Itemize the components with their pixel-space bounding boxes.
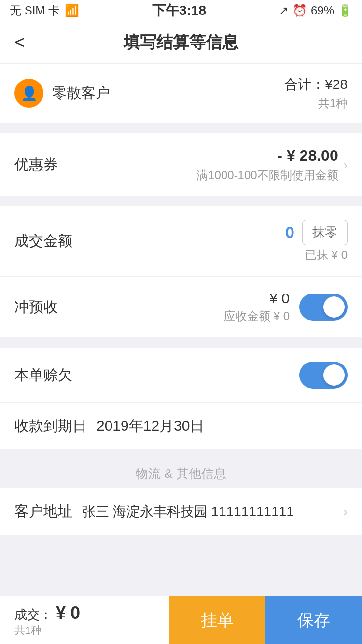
prepay-label: 冲预收	[14, 297, 58, 317]
address-chevron: ›	[343, 504, 348, 519]
amount-row: 成交金额 0 抹零 已抹 ¥ 0	[0, 206, 362, 277]
round-off-button[interactable]: 抹零	[302, 220, 348, 245]
avatar-icon: 👤	[21, 85, 38, 101]
address-value: 张三 海淀永丰科技园 11111111111	[82, 503, 338, 521]
summary-amount: ¥ 0	[56, 603, 80, 623]
bottom-summary: 成交： ¥ 0 共1种	[0, 603, 169, 638]
customer-left: 👤 零散客户	[14, 79, 110, 108]
summary-count: 共1种	[14, 623, 154, 638]
customer-right: 合计：¥28 共1种	[284, 75, 348, 111]
location-icon: ↗	[279, 4, 289, 17]
summary-title: 成交：	[14, 606, 52, 623]
prepay-row: 冲预收 ¥ 0 应收金额 ¥ 0	[0, 277, 362, 337]
due-date-label: 收款到期日	[14, 416, 87, 436]
customer-total: 合计：¥28	[284, 75, 348, 94]
bottom-actions: 挂单 保存	[169, 596, 362, 644]
page-title: 填写结算等信息	[124, 31, 238, 54]
coupon-row-right: - ¥ 28.00 满1000-100不限制使用金额 ›	[196, 147, 348, 183]
prepay-toggle[interactable]	[299, 294, 348, 321]
coupon-label: 优惠券	[14, 155, 58, 175]
customer-avatar: 👤	[14, 79, 43, 108]
customer-count: 共1种	[284, 96, 348, 111]
coupon-chevron: ›	[343, 157, 348, 173]
amount-sub: 已抹 ¥ 0	[305, 247, 348, 263]
hold-button[interactable]: 挂单	[169, 596, 265, 644]
customer-section: 👤 零散客户 合计：¥28 共1种	[0, 64, 362, 123]
wifi-icon: 📶	[65, 4, 79, 17]
transaction-section: 成交金额 0 抹零 已抹 ¥ 0 冲预收 ¥ 0 应收金额 ¥ 0	[0, 206, 362, 337]
logistics-divider: 物流 & 其他信息	[0, 459, 362, 488]
coupon-values: - ¥ 28.00 满1000-100不限制使用金额	[196, 147, 338, 183]
debt-toggle[interactable]	[299, 362, 348, 389]
coupon-row[interactable]: 优惠券 - ¥ 28.00 满1000-100不限制使用金额 ›	[0, 133, 362, 196]
status-right: ↗ ⏰ 69% 🔋	[279, 4, 352, 17]
coupon-section: 优惠券 - ¥ 28.00 满1000-100不限制使用金额 ›	[0, 133, 362, 196]
address-label: 客户地址	[14, 502, 72, 521]
divider-1	[0, 124, 362, 133]
address-row[interactable]: 客户地址 张三 海淀永丰科技园 11111111111 ›	[0, 488, 362, 535]
due-date-value[interactable]: 2019年12月30日	[97, 416, 204, 436]
debt-toggle-knob	[323, 364, 345, 386]
amount-input-group: 0 抹零	[285, 220, 348, 245]
battery-text: 69%	[311, 4, 334, 17]
coupon-amount: - ¥ 28.00	[277, 147, 338, 165]
status-left: 无 SIM 卡 📶	[10, 3, 79, 18]
nav-bar: < 填写结算等信息	[0, 21, 362, 64]
divider-3	[0, 337, 362, 347]
address-section: 客户地址 张三 海淀永丰科技园 11111111111 ›	[0, 488, 362, 535]
prepay-sub: 应收金额 ¥ 0	[224, 308, 290, 324]
debt-row: 本单赊欠	[0, 348, 362, 403]
divider-4	[0, 449, 362, 459]
logistics-title: 物流 & 其他信息	[136, 465, 226, 482]
prepay-values: ¥ 0 应收金额 ¥ 0	[224, 290, 290, 324]
amount-right: 0 抹零 已抹 ¥ 0	[285, 220, 348, 263]
amount-value[interactable]: 0	[285, 223, 294, 242]
status-time: 下午3:18	[152, 1, 206, 20]
toggle-knob	[323, 296, 345, 318]
coupon-desc: 满1000-100不限制使用金额	[196, 168, 338, 183]
alarm-icon: ⏰	[292, 4, 307, 17]
save-button[interactable]: 保存	[265, 596, 362, 644]
prepay-right: ¥ 0 应收金额 ¥ 0	[224, 290, 348, 324]
divider-2	[0, 196, 362, 206]
bottom-bar: 成交： ¥ 0 共1种 挂单 保存	[0, 596, 362, 644]
content-area: 👤 零散客户 合计：¥28 共1种 优惠券 - ¥ 28.00 满1000-10…	[0, 64, 362, 644]
due-date-row: 收款到期日 2019年12月30日	[0, 403, 362, 449]
no-sim-text: 无 SIM 卡	[10, 3, 60, 18]
debt-label: 本单赊欠	[14, 365, 72, 385]
prepay-amount: ¥ 0	[224, 290, 290, 307]
battery-icon: 🔋	[338, 4, 352, 17]
back-button[interactable]: <	[14, 32, 25, 53]
status-bar: 无 SIM 卡 📶 下午3:18 ↗ ⏰ 69% 🔋	[0, 0, 362, 21]
amount-label: 成交金额	[14, 231, 72, 251]
debt-section: 本单赊欠 收款到期日 2019年12月30日	[0, 348, 362, 449]
customer-name: 零散客户	[52, 84, 110, 103]
